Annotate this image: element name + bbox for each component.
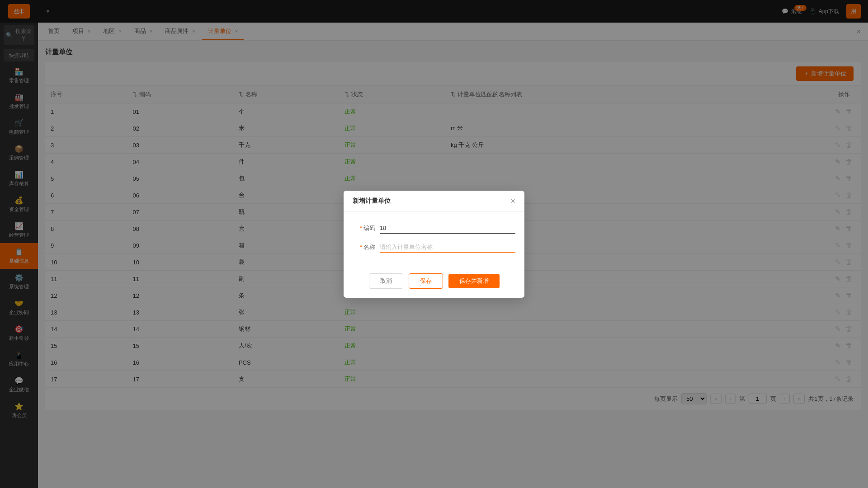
add-unit-modal: 新增计量单位 × 编码 名称 取消 保存 保存并新增	[344, 191, 524, 298]
modal-overlay: 新增计量单位 × 编码 名称 取消 保存 保存并新增	[0, 0, 868, 488]
code-label: 编码	[353, 224, 375, 232]
modal-footer: 取消 保存 保存并新增	[344, 268, 524, 298]
code-field-row: 编码	[353, 223, 515, 234]
cancel-button[interactable]: 取消	[369, 273, 403, 289]
modal-close-button[interactable]: ×	[510, 197, 515, 205]
save-button[interactable]: 保存	[409, 273, 443, 289]
name-input[interactable]	[380, 242, 515, 253]
modal-title: 新增计量单位	[353, 197, 391, 205]
save-and-new-button[interactable]: 保存并新增	[448, 274, 500, 288]
name-field-row: 名称	[353, 242, 515, 253]
modal-body: 编码 名称	[344, 212, 524, 268]
code-input[interactable]	[380, 223, 515, 234]
modal-header: 新增计量单位 ×	[344, 191, 524, 212]
name-label: 名称	[353, 243, 375, 251]
